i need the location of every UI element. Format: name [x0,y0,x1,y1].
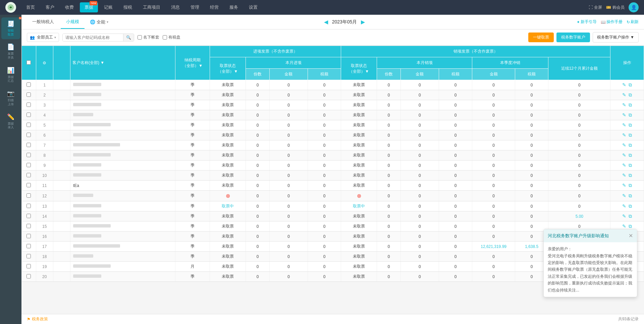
row-in-status-cell[interactable]: 未取票 [210,140,246,150]
row-out-status-cell[interactable]: 取票中 [341,201,377,211]
row-checkbox[interactable] [26,163,31,167]
edit-icon[interactable]: ✎ [622,152,626,158]
copy-icon[interactable]: ⧉ [629,122,632,128]
edit-icon[interactable]: ✎ [622,82,626,87]
one-click-ticket-btn[interactable]: 一键取票 [528,33,554,42]
edit-icon[interactable]: ✎ [622,102,626,108]
row-out-status-cell[interactable]: 未取票 [341,181,377,191]
row-checkbox[interactable] [26,143,31,147]
edit-icon[interactable]: ✎ [622,112,626,118]
row-out-status-cell[interactable]: 未取票 [341,100,377,110]
row-out-status-cell[interactable]: 未取票 [341,262,377,272]
row-checkbox-cell[interactable] [22,90,36,100]
nav-invoice[interactable]: 票据 new [80,2,98,12]
copy-icon[interactable]: ⧉ [629,223,632,229]
row-twelve-month-cell[interactable]: 0 [548,201,610,211]
row-in-status-cell[interactable]: 未取票 [210,110,246,120]
row-checkbox-cell[interactable] [22,150,36,160]
row-checkbox-cell[interactable] [22,171,36,181]
row-in-status-cell[interactable]: 未取票 [210,160,246,171]
member-btn[interactable]: 🎫 购会员 [606,5,625,10]
row-checkbox[interactable] [26,234,31,238]
row-in-status-cell[interactable]: 未取票 [210,272,246,282]
edit-icon[interactable]: ✎ [622,213,626,219]
copy-icon[interactable]: ⧉ [629,183,632,188]
row-out-status-cell[interactable]: 未取票 [341,252,377,262]
tab-all-dropdown[interactable]: 🌐 全能 ▾ [86,16,112,28]
edit-icon[interactable]: ✎ [622,173,626,178]
row-out-status-cell[interactable]: ⊗ [341,191,377,201]
row-checkbox[interactable] [26,224,31,228]
col-header-settings[interactable]: ⚙ [36,46,53,80]
row-in-status-cell[interactable]: 未取票 [210,181,246,191]
edit-icon[interactable]: ✎ [622,163,626,168]
row-checkbox-cell[interactable] [22,140,36,150]
tax-digital-account-btn[interactable]: 税务数字账户 [556,33,590,42]
row-in-status-cell[interactable]: 未取票 [210,252,246,262]
copy-icon[interactable]: ⧉ [629,142,632,148]
row-checkbox-cell[interactable] [22,252,36,262]
row-checkbox-cell[interactable] [22,211,36,221]
row-checkbox-cell[interactable] [22,191,36,201]
col-header-checkbox[interactable] [22,46,36,80]
manual-link[interactable]: 📖 操作手册 [601,19,623,25]
new-guide-link[interactable]: ✦ 新手引导 [577,19,597,25]
copy-icon[interactable]: ⧉ [629,102,632,108]
search-input[interactable] [63,34,123,41]
sidebar-item-summary[interactable]: 📊 票据汇总 [1,64,20,86]
row-cq-amount-cell[interactable]: 0 [472,160,515,171]
row-cq-amount-cell[interactable]: 0 [472,90,515,100]
copy-icon[interactable]: ⧉ [629,193,632,198]
row-in-status-cell[interactable]: 取票中 [210,201,246,211]
row-out-status-cell[interactable]: 未取票 [341,232,377,242]
row-checkbox-cell[interactable] [22,262,36,272]
row-checkbox-cell[interactable] [22,120,36,130]
row-in-status-cell[interactable]: 未取票 [210,221,246,232]
row-in-status-cell[interactable]: 未取票 [210,80,246,90]
row-twelve-month-cell[interactable]: 0 [548,80,610,90]
row-cq-amount-cell[interactable]: 0 [472,262,515,272]
row-checkbox[interactable] [26,244,31,248]
search-box[interactable]: 🔍 [62,34,134,42]
row-in-status-cell[interactable]: 未取票 [210,90,246,100]
row-checkbox[interactable] [26,254,31,258]
nav-client[interactable]: 客户 [41,2,59,12]
row-checkbox-cell[interactable] [22,100,36,110]
col-header-out-fetch-status[interactable]: 取票状态（全部）▼ [341,57,377,80]
sidebar-item-entry[interactable]: ✏️ 票据录入 [1,111,20,132]
copy-icon[interactable]: ⧉ [629,92,632,98]
row-checkbox-cell[interactable] [22,130,36,140]
twelve-month-value[interactable]: 5.00 [576,214,583,219]
notification-close-btn[interactable]: ✕ [629,233,633,239]
row-checkbox[interactable] [26,193,31,198]
row-out-status-cell[interactable]: 未取票 [341,272,377,282]
row-checkbox[interactable] [26,173,31,177]
row-out-status-cell[interactable]: 未取票 [341,120,377,130]
row-out-status-cell[interactable]: 未取票 [341,211,377,221]
copy-icon[interactable]: ⧉ [629,213,632,219]
row-twelve-month-cell[interactable]: 0 [548,130,610,140]
avatar[interactable]: 👤 [629,2,639,12]
row-checkbox[interactable] [26,214,31,218]
edit-icon[interactable]: ✎ [622,122,626,128]
row-checkbox[interactable] [26,183,31,187]
row-out-status-cell[interactable]: 未取票 [341,221,377,232]
under-account-checkbox-label[interactable]: 名下帐套 [138,35,159,40]
edit-icon[interactable]: ✎ [622,92,626,98]
has-tax-checkbox-label[interactable]: 有税盘 [163,35,180,40]
nav-business[interactable]: 工商项目 [138,2,165,12]
row-in-status-cell[interactable]: 未取票 [210,171,246,181]
row-cq-amount-cell[interactable]: 0 [472,252,515,262]
tax-ops-dropdown-btn[interactable]: 税务数字账户操作 ▼ [593,32,639,43]
row-out-status-cell[interactable]: 未取票 [341,160,377,171]
copy-icon[interactable]: ⧉ [629,203,632,209]
row-checkbox-cell[interactable] [22,272,36,282]
nav-operation[interactable]: 经营 [205,2,223,12]
row-cq-amount-cell[interactable]: 0 [472,201,515,211]
copy-icon[interactable]: ⧉ [629,112,632,118]
row-checkbox[interactable] [26,82,31,87]
row-in-status-cell[interactable]: 未取票 [210,262,246,272]
row-out-status-cell[interactable]: 未取票 [341,140,377,150]
col-header-in-fetch-status[interactable]: 取票状态（全部）▼ [210,57,246,80]
select-all-checkbox[interactable] [26,60,31,65]
